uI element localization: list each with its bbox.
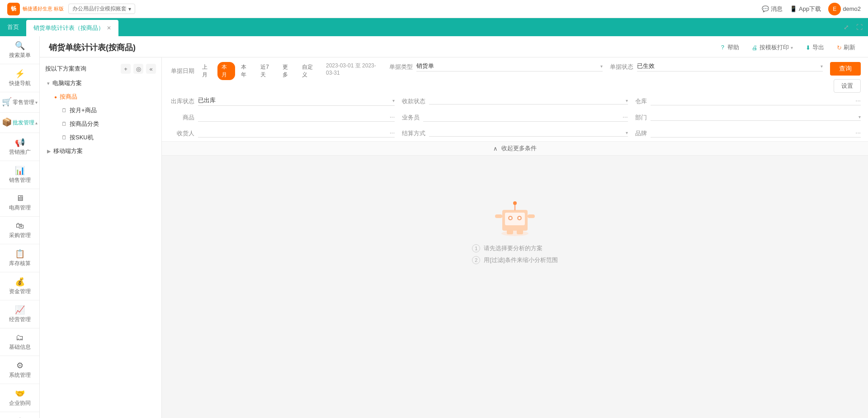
sidebar-item-search[interactable]: 🔍 搜索菜单 <box>0 36 39 64</box>
receipt-status-label: 收款状态 <box>402 97 425 105</box>
doc-type-dropdown-icon[interactable]: ▾ <box>600 64 603 69</box>
main-layout: 🔍 搜索菜单 ⚡ 快捷导航 🛒 零售管理 ▾ 📦 批发管理 ▴ 📢 营销推广 📊… <box>0 36 868 418</box>
sidebar-item-operation[interactable]: 📈 经营管理 <box>0 300 39 328</box>
sidebar-item-retail[interactable]: 🛒 零售管理 ▾ <box>0 92 39 113</box>
date-tab-more[interactable]: 更多 <box>278 62 296 80</box>
sidebar-item-marketing-label: 营销推广 <box>9 148 31 156</box>
empty-state: 1 请先选择要分析的方案 2 用[过滤]条件来缩小分析范围 <box>162 156 868 300</box>
wholesale-icon: 📦 <box>2 117 12 127</box>
tree-item-by-product-label: 按商品 <box>60 93 77 101</box>
date-label: 单据日期 <box>169 67 194 75</box>
warehouse-label: 仓库 <box>635 97 647 105</box>
collapse-panel-button[interactable]: « <box>146 64 156 74</box>
hint-num-2: 2 <box>472 256 480 264</box>
sidebar-item-marketing[interactable]: 📢 营销推广 <box>0 133 39 161</box>
sidebar-item-search-label: 搜索菜单 <box>9 52 31 59</box>
tree-item-mobile[interactable]: ▶ 移动端方案 <box>40 144 161 158</box>
sales-mgmt-icon: 📊 <box>15 166 25 176</box>
finance-icon: 💰 <box>15 277 25 287</box>
tabbar: 首页 销货单统计计表（按商品） ✕ ⤢ ⛶ <box>0 18 868 36</box>
consignee-ellipsis-icon[interactable]: ··· <box>390 129 395 136</box>
date-tab-this-year[interactable]: 本年 <box>237 62 255 80</box>
workspace-selector[interactable]: 办公用品行业模拟账套 ▾ <box>68 4 135 14</box>
content-body: 按以下方案查询 + ◎ « ▾ 电脑端方案 ● 按商品 <box>40 57 868 418</box>
message-button[interactable]: 💬 消息 <box>762 5 783 13</box>
search-icon: 🔍 <box>15 41 25 51</box>
tree-item-month-product[interactable]: 🗒 按月+商品 <box>40 104 161 117</box>
date-tab-7days[interactable]: 近7天 <box>256 62 277 80</box>
sidebar-item-enterprise-label: 企业协同 <box>9 399 31 407</box>
tree-item-by-sku[interactable]: 🗒 按SKU机 <box>40 131 161 144</box>
product-label: 商品 <box>169 114 194 122</box>
sidebar-item-system-label: 系统管理 <box>9 371 31 379</box>
sidebar-item-sales-mgmt[interactable]: 📊 销售管理 <box>0 161 39 189</box>
date-tab-this-month[interactable]: 本月 <box>217 62 235 80</box>
tab-close-icon[interactable]: ✕ <box>107 25 111 31</box>
collapse-label: 收起更多条件 <box>501 144 537 152</box>
edit-scheme-button[interactable]: ◎ <box>133 64 143 74</box>
tree-item-pc[interactable]: ▾ 电脑端方案 <box>40 76 161 90</box>
logo-text: 畅捷通好生意 标版 <box>23 6 64 12</box>
refresh-button[interactable]: ↻ 刷新 <box>833 42 859 53</box>
topbar: 畅 畅捷通好生意 标版 办公用品行业模拟账套 ▾ 💬 消息 📱 App下载 E … <box>0 0 868 18</box>
help-button[interactable]: ？ 帮助 <box>716 42 743 53</box>
tree-item-product-category-label: 按商品分类 <box>70 120 99 128</box>
export-button[interactable]: ⬇ 导出 <box>802 42 828 53</box>
sidebar-item-purchase[interactable]: 🛍 采购管理 <box>0 217 39 244</box>
out-status-dropdown-icon[interactable]: ▾ <box>392 98 395 103</box>
sidebar-item-finance[interactable]: 💰 资金管理 <box>0 272 39 300</box>
sidebar-item-newbie[interactable]: 🎓 新手引导 <box>0 412 39 418</box>
message-label: 消息 <box>771 5 783 13</box>
dept-dropdown-icon[interactable]: ▾ <box>859 114 861 119</box>
sidebar-item-wholesale-label: 批发管理 <box>13 119 34 127</box>
tree-item-pc-label: 电脑端方案 <box>52 79 82 87</box>
logo-area: 畅 畅捷通好生意 标版 <box>7 3 64 15</box>
svg-rect-9 <box>495 214 502 218</box>
tree-active-dot-icon: ● <box>54 95 57 100</box>
template-print-button[interactable]: 🖨 按模板打印 ▾ <box>748 42 797 53</box>
tab-sales-stat[interactable]: 销货单统计计表（按商品） ✕ <box>26 20 118 36</box>
inventory-icon: 📋 <box>15 249 25 259</box>
sidebar-item-inventory[interactable]: 📋 库存核算 <box>0 244 39 272</box>
svg-rect-10 <box>528 214 535 218</box>
brand-ellipsis-icon[interactable]: ··· <box>855 129 861 136</box>
tab-home[interactable]: 首页 <box>0 18 26 36</box>
tab-fullscreen-icon[interactable]: ⛶ <box>856 24 863 31</box>
tree-item-product-category[interactable]: 🗒 按商品分类 <box>40 117 161 131</box>
template-print-arrow-icon: ▾ <box>791 45 793 50</box>
sidebar-item-enterprise[interactable]: 🤝 企业协同 <box>0 384 39 412</box>
warehouse-ellipsis-icon[interactable]: ··· <box>855 97 861 104</box>
svg-point-8 <box>513 201 517 205</box>
doc-type-value: 销货单 <box>416 62 600 70</box>
doc-status-value: 已生效 <box>637 62 821 70</box>
doc-type-label: 单据类型 <box>389 63 413 71</box>
settlement-dropdown-icon[interactable]: ▾ <box>626 130 628 135</box>
date-tab-last-month[interactable]: 上月 <box>198 62 216 80</box>
tree-item-by-product[interactable]: ● 按商品 <box>40 90 161 104</box>
add-scheme-button[interactable]: + <box>121 64 131 74</box>
query-button[interactable]: 查询 <box>830 62 861 76</box>
product-ellipsis-icon[interactable]: ··· <box>390 113 395 120</box>
empty-hint-1: 1 请先选择要分析的方案 <box>472 244 557 252</box>
sidebar-item-wholesale[interactable]: 📦 批发管理 ▴ <box>0 113 39 133</box>
sidebar-item-basic[interactable]: 🗂 基础信息 <box>0 328 39 356</box>
tree-expand-icon: ▾ <box>47 81 50 86</box>
left-panel-title: 按以下方案查询 <box>45 65 86 73</box>
topbar-right: 💬 消息 📱 App下载 E demo2 <box>762 3 861 15</box>
export-label: 导出 <box>812 43 824 52</box>
receipt-status-dropdown-icon[interactable]: ▾ <box>626 98 628 103</box>
settings-button[interactable]: 设置 <box>834 79 861 93</box>
sidebar-item-ecommerce[interactable]: 🖥 电商管理 <box>0 189 39 217</box>
avatar: E <box>828 3 841 15</box>
doc-status-dropdown-icon[interactable]: ▾ <box>821 64 823 69</box>
sidebar-item-system[interactable]: ⚙ 系统管理 <box>0 356 39 384</box>
sidebar-item-quick-nav[interactable]: ⚡ 快捷导航 <box>0 64 39 92</box>
refresh-label: 刷新 <box>844 43 855 52</box>
user-profile-button[interactable]: E demo2 <box>828 3 861 15</box>
date-tab-custom[interactable]: 自定义 <box>298 62 321 80</box>
collapse-filters-button[interactable]: ∧ 收起更多条件 <box>162 141 868 155</box>
app-download-button[interactable]: 📱 App下载 <box>790 5 821 13</box>
sidebar-item-sales-mgmt-label: 销售管理 <box>9 176 31 184</box>
salesperson-ellipsis-icon[interactable]: ··· <box>623 113 628 120</box>
tab-maximize-icon[interactable]: ⤢ <box>844 24 849 31</box>
